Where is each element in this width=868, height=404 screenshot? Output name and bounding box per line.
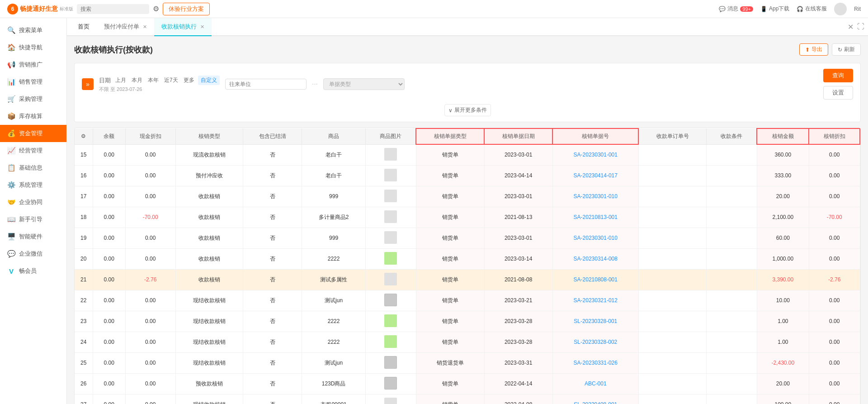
date-btn-custom[interactable]: 自定义 bbox=[198, 76, 220, 85]
app-label: App下载 bbox=[769, 5, 789, 13]
filter-toggle[interactable]: » bbox=[82, 78, 94, 90]
cell-include-settled: 否 bbox=[243, 269, 302, 290]
date-btn-last-month[interactable]: 上月 bbox=[113, 76, 128, 85]
cell-goods: 老白干 bbox=[302, 144, 366, 165]
cell-verify-type: 现结收款核销 bbox=[175, 332, 243, 352]
cell-verify-amount: 2,100.00 bbox=[757, 207, 809, 228]
cell-balance: 0.00 bbox=[93, 373, 125, 394]
cell-goods: 测试jun bbox=[302, 290, 366, 311]
cell-verify-bill-no: SA-20210813-001 bbox=[552, 207, 638, 228]
cell-verify-bill-type: 销货单 bbox=[416, 144, 484, 165]
sidebar-item-finance[interactable]: 💰 资金管理 bbox=[0, 125, 66, 142]
cell-include-settled: 否 bbox=[243, 165, 302, 186]
search-input[interactable] bbox=[77, 4, 149, 14]
system-icon: ⚙️ bbox=[7, 181, 15, 189]
tab-close-icon[interactable]: ✕ bbox=[848, 23, 854, 31]
tab-home[interactable]: 首页 bbox=[71, 18, 97, 36]
cell-goods-image bbox=[366, 228, 416, 248]
cell-verify-amount: 333.00 bbox=[757, 165, 809, 186]
date-btn-7days[interactable]: 近7天 bbox=[162, 76, 180, 85]
cell-receipt-condition bbox=[707, 332, 757, 352]
sidebar-item-inventory[interactable]: 📦 库存核算 bbox=[0, 108, 66, 125]
tab-receipt-verify-close[interactable]: ✕ bbox=[200, 24, 204, 30]
cell-balance: 0.00 bbox=[93, 394, 125, 404]
tab-prepay[interactable]: 预付冲应付单 ✕ bbox=[97, 18, 154, 36]
th-settings[interactable]: ⚙ bbox=[75, 128, 93, 144]
date-btn-this-year[interactable]: 本年 bbox=[146, 76, 160, 85]
sidebar-item-sales[interactable]: 📊 销售管理 bbox=[0, 73, 66, 90]
date-btn-this-month[interactable]: 本月 bbox=[130, 76, 144, 85]
sidebar-item-search[interactable]: 🔍 搜索菜单 bbox=[0, 22, 66, 39]
industry-btn[interactable]: 休验行业方案 bbox=[163, 3, 210, 15]
layout: 🔍 搜索菜单 🏠 快捷导航 📢 营销推广 📊 销售管理 🛒 采购管理 📦 库存核… bbox=[0, 18, 868, 404]
th-receipt-condition: 收款条件 bbox=[707, 128, 757, 144]
cell-goods-image bbox=[366, 311, 416, 332]
cell-verify-bill-type: 销货单 bbox=[416, 165, 484, 186]
verify-bill-no-link[interactable]: SA-20230301-010 bbox=[574, 235, 618, 241]
online-service-group[interactable]: 🎧 在线客服 bbox=[797, 5, 827, 13]
tab-maximize-icon[interactable]: ⛶ bbox=[857, 23, 864, 31]
cell-receipt-condition bbox=[707, 207, 757, 228]
voucher-type-select[interactable]: 单据类型 bbox=[323, 78, 405, 90]
verify-bill-no-link[interactable]: SL-20230328-002 bbox=[574, 339, 617, 345]
cell-verify-bill-no: SL-20230408-001 bbox=[552, 394, 638, 404]
table-row: 160.000.00预付冲应收否老白干销货单2023-04-14SA-20230… bbox=[75, 165, 860, 186]
sidebar-item-basic-info[interactable]: 📋 基础信息 bbox=[0, 159, 66, 176]
cell-include-settled: 否 bbox=[243, 311, 302, 332]
counterparty-input[interactable] bbox=[225, 79, 307, 90]
verify-bill-no-link[interactable]: SL-20230408-001 bbox=[574, 401, 617, 404]
sidebar-item-quicknav[interactable]: 🏠 快捷导航 bbox=[0, 39, 66, 56]
verify-bill-no-link[interactable]: SA-20230301-001 bbox=[574, 152, 618, 158]
table-row: 150.000.00现流收款核销否老白干销货单2023-03-01SA-2023… bbox=[75, 144, 860, 165]
cell-verify-discount: 0.00 bbox=[809, 352, 860, 373]
tab-receipt-verify-label: 收款核销执行 bbox=[161, 23, 197, 31]
verify-bill-no-link[interactable]: ABC-001 bbox=[585, 380, 607, 387]
verify-bill-no-link[interactable]: SA-20210808-001 bbox=[574, 276, 618, 283]
cell-verify-amount: 20.00 bbox=[757, 186, 809, 207]
table-row: 170.000.00收款核销否999销货单2023-03-01SA-202303… bbox=[75, 186, 860, 207]
verify-bill-no-link[interactable]: SA-20230314-008 bbox=[574, 256, 618, 262]
cell-include-settled: 否 bbox=[243, 332, 302, 352]
verify-bill-no-link[interactable]: SA-20230321-012 bbox=[574, 297, 618, 304]
sidebar-item-enterprise[interactable]: 🤝 企业协同 bbox=[0, 194, 66, 211]
sidebar-item-wechat[interactable]: 💬 企业微信 bbox=[0, 245, 66, 262]
app-download-group[interactable]: 📱 App下载 bbox=[760, 5, 789, 13]
verify-bill-no-link[interactable]: SA-20210813-001 bbox=[574, 214, 618, 220]
verify-bill-no-link[interactable]: SA-20230414-017 bbox=[574, 172, 618, 179]
cell-goods-image bbox=[366, 290, 416, 311]
sidebar-item-marketing[interactable]: 📢 营销推广 bbox=[0, 56, 66, 73]
settings-icon[interactable]: ⚙ bbox=[153, 5, 159, 13]
sidebar-item-hardware[interactable]: 🖥️ 智能硬件 bbox=[0, 228, 66, 245]
sidebar-item-beginner[interactable]: 📖 新手引导 bbox=[0, 211, 66, 228]
sales-icon: 📊 bbox=[7, 78, 15, 86]
verify-bill-no-link[interactable]: SA-20230301-010 bbox=[574, 193, 618, 200]
export-button[interactable]: ⬆ 导出 bbox=[799, 43, 828, 56]
cell-cash-discount: 0.00 bbox=[125, 228, 175, 248]
cell-verify-amount: 20.00 bbox=[757, 373, 809, 394]
cell-receipt-order-no bbox=[638, 290, 706, 311]
cell-verify-discount: 0.00 bbox=[809, 228, 860, 248]
sidebar-item-purchase[interactable]: 🛒 采购管理 bbox=[0, 90, 66, 108]
cell-verify-type: 现结收款核销 bbox=[175, 290, 243, 311]
cell-balance: 0.00 bbox=[93, 228, 125, 248]
sidebar-item-operations[interactable]: 📈 经营管理 bbox=[0, 142, 66, 159]
cell-verify-amount: 10.00 bbox=[757, 290, 809, 311]
refresh-button[interactable]: ↻ 刷新 bbox=[832, 43, 861, 56]
tab-receipt-verify[interactable]: 收款核销执行 ✕ bbox=[154, 18, 212, 36]
cell-verify-type: 现结收款核销 bbox=[175, 311, 243, 332]
sidebar-item-member[interactable]: V 畅会员 bbox=[0, 262, 66, 280]
cell-verify-bill-type: 销货单 bbox=[416, 311, 484, 332]
sidebar-item-system[interactable]: ⚙️ 系统管理 bbox=[0, 176, 66, 194]
message-group[interactable]: 💬 消息 99+ bbox=[719, 5, 753, 13]
verify-bill-no-link[interactable]: SA-20230331-026 bbox=[574, 360, 618, 366]
expand-more-btn[interactable]: ∨ 展开更多条件 bbox=[444, 104, 491, 116]
cell-verify-type: 收款核销 bbox=[175, 269, 243, 290]
tab-prepay-close[interactable]: ✕ bbox=[143, 24, 147, 30]
date-btn-more[interactable]: 更多 bbox=[182, 76, 196, 85]
cell-balance: 0.00 bbox=[93, 186, 125, 207]
setting-button[interactable]: 设置 bbox=[823, 86, 853, 100]
cell-receipt-order-no bbox=[638, 373, 706, 394]
cell-balance: 0.00 bbox=[93, 290, 125, 311]
verify-bill-no-link[interactable]: SL-20230328-001 bbox=[574, 318, 617, 324]
query-button[interactable]: 查询 bbox=[823, 69, 853, 82]
